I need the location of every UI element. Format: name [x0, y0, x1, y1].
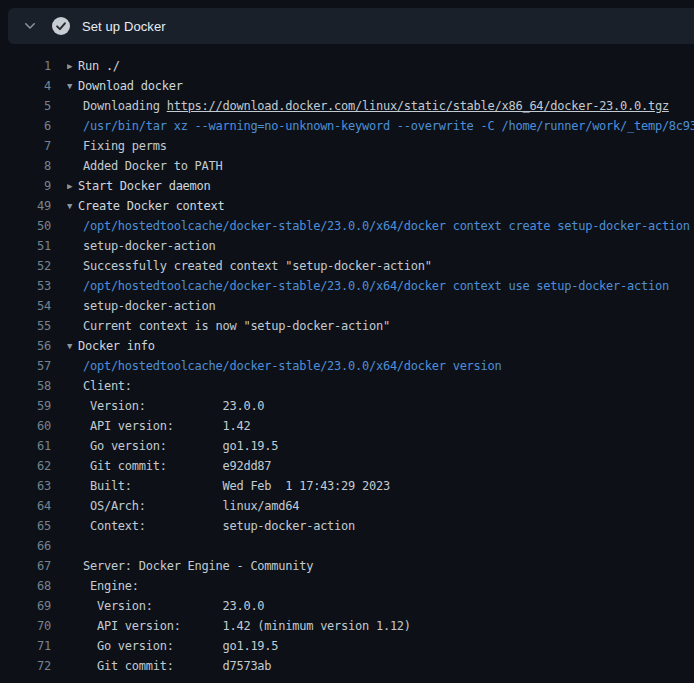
actions-log-page: { "colors": { "bg": "#0d1117", "header_b… — [0, 0, 694, 683]
log-line-content: Go version: go1.19.5 — [67, 636, 694, 656]
line-number[interactable]: 66 — [0, 536, 51, 556]
chevron-down-icon[interactable] — [22, 18, 38, 34]
log-text: Go version: go1.19.5 — [83, 639, 278, 653]
log-group-row[interactable]: 1▶Run ./ — [0, 56, 694, 76]
log-text: Fixing perms — [83, 139, 167, 153]
group-title: Run ./ — [78, 59, 120, 73]
line-number[interactable]: 5 — [0, 96, 51, 116]
line-number[interactable]: 8 — [0, 156, 51, 176]
log-text: Engine: — [83, 579, 139, 593]
log-row: 54setup-docker-action — [0, 296, 694, 316]
log-row: 63 Built: Wed Feb 1 17:43:29 2023 — [0, 476, 694, 496]
line-number[interactable]: 55 — [0, 316, 51, 336]
log-row: 69 Version: 23.0.0 — [0, 596, 694, 616]
log-row: 62 Git commit: e92dd87 — [0, 456, 694, 476]
log-text: setup-docker-action — [83, 239, 216, 253]
log-group-row[interactable]: 4▼Download docker — [0, 76, 694, 96]
log-group-row[interactable]: 56▼Docker info — [0, 336, 694, 356]
log-line-content: ▼Download docker — [67, 76, 694, 96]
log-text: Added Docker to PATH — [83, 159, 223, 173]
log-line-content: Version: 23.0.0 — [67, 596, 694, 616]
line-number[interactable]: 65 — [0, 516, 51, 536]
log-row: 68 Engine: — [0, 576, 694, 596]
line-number[interactable]: 64 — [0, 496, 51, 516]
log-row: 58Client: — [0, 376, 694, 396]
line-number[interactable]: 53 — [0, 276, 51, 296]
command-text: /usr/bin/tar xz --warning=no-unknown-key… — [83, 119, 694, 133]
line-number[interactable]: 1 — [0, 56, 51, 76]
line-number[interactable]: 6 — [0, 116, 51, 136]
log-line-content: Downloading https://download.docker.com/… — [67, 96, 694, 116]
log-text: Git commit: e92dd87 — [83, 459, 271, 473]
log-line-content: /opt/hostedtoolcache/docker-stable/23.0.… — [67, 356, 694, 376]
line-number[interactable]: 61 — [0, 436, 51, 456]
line-number[interactable]: 69 — [0, 596, 51, 616]
log-text: Successfully created context "setup-dock… — [83, 259, 432, 273]
log-group-row[interactable]: 49▼Create Docker context — [0, 196, 694, 216]
line-number[interactable]: 68 — [0, 576, 51, 596]
line-number[interactable]: 58 — [0, 376, 51, 396]
log-row: 6/usr/bin/tar xz --warning=no-unknown-ke… — [0, 116, 694, 136]
log-row: 53/opt/hostedtoolcache/docker-stable/23.… — [0, 276, 694, 296]
line-number[interactable]: 70 — [0, 616, 51, 636]
log-line-content: Context: setup-docker-action — [67, 516, 694, 536]
log-line-content: ▼Create Docker context — [67, 196, 694, 216]
log-line-content: Fixing perms — [67, 136, 694, 156]
line-number[interactable]: 49 — [0, 196, 51, 216]
line-number[interactable]: 57 — [0, 356, 51, 376]
line-number[interactable]: 60 — [0, 416, 51, 436]
log-row: 55Current context is now "setup-docker-a… — [0, 316, 694, 336]
log-row: 50/opt/hostedtoolcache/docker-stable/23.… — [0, 216, 694, 236]
log-line-content: /usr/bin/tar xz --warning=no-unknown-key… — [67, 116, 694, 136]
step-title: Set up Docker — [82, 19, 166, 34]
log-group-row[interactable]: 9▶Start Docker daemon — [0, 176, 694, 196]
triangle-down-icon[interactable]: ▼ — [67, 336, 78, 356]
log-link[interactable]: https://download.docker.com/linux/static… — [167, 99, 669, 113]
triangle-down-icon[interactable]: ▼ — [67, 76, 78, 96]
triangle-right-icon[interactable]: ▶ — [67, 56, 78, 76]
line-number[interactable]: 67 — [0, 556, 51, 576]
line-number[interactable]: 54 — [0, 296, 51, 316]
log-container: 1▶Run ./4▼Download docker5Downloading ht… — [0, 44, 694, 683]
log-row: 60 API version: 1.42 — [0, 416, 694, 436]
log-line-content: Go version: go1.19.5 — [67, 436, 694, 456]
log-line-content: Version: 23.0.0 — [67, 396, 694, 416]
log-line-content: Git commit: e92dd87 — [67, 456, 694, 476]
log-row: 64 OS/Arch: linux/amd64 — [0, 496, 694, 516]
group-title: Start Docker daemon — [78, 179, 211, 193]
line-number[interactable]: 56 — [0, 336, 51, 356]
line-number[interactable]: 50 — [0, 216, 51, 236]
log-line-content: OS/Arch: linux/amd64 — [67, 496, 694, 516]
log-line-content: Engine: — [67, 576, 694, 596]
triangle-right-icon[interactable]: ▶ — [67, 176, 78, 196]
log-line-content: /opt/hostedtoolcache/docker-stable/23.0.… — [67, 276, 694, 296]
check-circle-icon — [52, 17, 70, 35]
log-line-content: API version: 1.42 — [67, 416, 694, 436]
log-line-content: /opt/hostedtoolcache/docker-stable/23.0.… — [67, 216, 694, 236]
log-line-content: setup-docker-action — [67, 296, 694, 316]
group-title: Create Docker context — [78, 199, 224, 213]
log-text: Built: Wed Feb 1 17:43:29 2023 — [83, 479, 390, 493]
log-line-content: API version: 1.42 (minimum version 1.12) — [67, 616, 694, 636]
line-number[interactable]: 7 — [0, 136, 51, 156]
triangle-down-icon[interactable]: ▼ — [67, 196, 78, 216]
log-line-content: setup-docker-action — [67, 236, 694, 256]
log-row: 65 Context: setup-docker-action — [0, 516, 694, 536]
line-number[interactable]: 51 — [0, 236, 51, 256]
log-row: 8Added Docker to PATH — [0, 156, 694, 176]
log-row: 52Successfully created context "setup-do… — [0, 256, 694, 276]
log-row: 72 Git commit: d7573ab — [0, 656, 694, 676]
line-number[interactable]: 9 — [0, 176, 51, 196]
log-line-content: Client: — [67, 376, 694, 396]
log-line-content: ▼Docker info — [67, 336, 694, 356]
step-header[interactable]: Set up Docker — [8, 8, 694, 44]
log-row: 57/opt/hostedtoolcache/docker-stable/23.… — [0, 356, 694, 376]
line-number[interactable]: 71 — [0, 636, 51, 656]
line-number[interactable]: 4 — [0, 76, 51, 96]
log-row: 61 Go version: go1.19.5 — [0, 436, 694, 456]
line-number[interactable]: 59 — [0, 396, 51, 416]
line-number[interactable]: 62 — [0, 456, 51, 476]
line-number[interactable]: 63 — [0, 476, 51, 496]
line-number[interactable]: 72 — [0, 656, 51, 676]
line-number[interactable]: 52 — [0, 256, 51, 276]
